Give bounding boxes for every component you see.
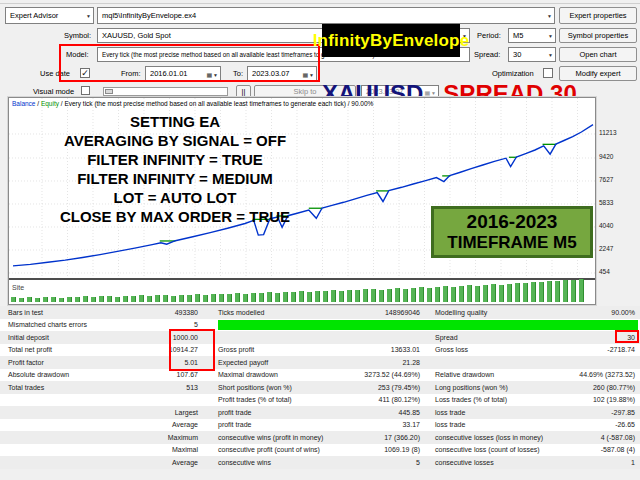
lots-bar [395, 288, 400, 302]
table-row: Profit factor5.01Expected payoff21.28 [0, 356, 640, 369]
tester-type-select[interactable]: Expert Advisor ▼ [5, 7, 94, 24]
to-label: To: [233, 69, 243, 78]
lots-bar [11, 297, 16, 302]
lots-bar [187, 295, 192, 302]
model-label: Model: [66, 50, 89, 59]
stat-value: 513 [186, 384, 198, 391]
to-date-value: 2023.03.07 [252, 69, 290, 78]
table-row: Total trades513Short positions (won %)25… [0, 381, 640, 394]
lots-bar [179, 295, 184, 302]
lots-bar [43, 297, 48, 302]
lots-bar [563, 280, 568, 302]
calendar-icon: ▦ [206, 71, 212, 77]
table-row: Initial deposit1000.00Spread30 [0, 331, 640, 344]
use-date-checkbox[interactable]: ✓ [80, 68, 90, 78]
stat-value: Maximum [168, 434, 198, 441]
backtest-graph[interactable]: Balance / Equity / Every tick (the most … [8, 97, 596, 305]
stat-label: loss trade [435, 421, 465, 428]
stat-label: profit trade [218, 409, 251, 416]
stat-value: -587.08 (4) [601, 446, 635, 453]
open-chart-button[interactable]: Open chart [559, 47, 637, 62]
y-axis-tick: 11213 [599, 129, 617, 136]
stat-label: Profit trades (% of total) [218, 396, 292, 403]
period-combobox[interactable]: M5 ▼ [508, 28, 556, 43]
stat-label: Bars in test [8, 309, 43, 316]
stat-value: Average [172, 459, 198, 466]
lots-bar [315, 291, 320, 302]
stat-value: 5 [194, 321, 198, 328]
lots-bar [107, 296, 112, 302]
lots-bar [275, 293, 280, 302]
period-value: M5 [513, 31, 523, 40]
chevron-down-icon: ▼ [86, 13, 91, 19]
lots-bar [523, 283, 528, 302]
stat-value: 10914.27 [169, 346, 198, 353]
lots-bar [99, 296, 104, 302]
stat-label: consecutive profit (count of wins) [218, 446, 320, 453]
stat-label: Profit factor [8, 359, 44, 366]
lots-bar [323, 291, 328, 302]
to-date-picker[interactable]: 2023.03.07 ▦▼ [247, 66, 317, 81]
chevron-down-icon: ▼ [547, 13, 552, 19]
lots-bar [339, 291, 344, 302]
stat-label: Initial deposit [8, 334, 49, 341]
stat-value: 1069.19 (8) [384, 446, 420, 453]
optimization-label: Optimization [492, 69, 534, 78]
lots-bar [267, 292, 272, 302]
lots-bar [571, 280, 576, 302]
expert-properties-button[interactable]: Expert properties [559, 7, 637, 24]
ea-banner-text: InfinityByEnvelope [313, 31, 470, 51]
slider-thumb[interactable] [105, 89, 113, 94]
lots-bar [467, 285, 472, 302]
stat-label: Loss trades (% of total) [435, 396, 507, 403]
y-axis-tick: 4040 [599, 222, 613, 229]
stat-value: 253 (79.45%) [378, 384, 420, 391]
y-axis-tick: 5833 [599, 199, 613, 206]
lots-bar [387, 289, 392, 302]
symbol-properties-button[interactable]: Symbol properties [559, 28, 637, 43]
lots-bar [451, 287, 456, 302]
table-row: Maximalconsecutive profit (count of wins… [0, 444, 640, 457]
lots-bar [435, 287, 440, 302]
ea-setting-line: LOT = AUTO LOT [9, 188, 341, 207]
lots-bar [139, 295, 144, 302]
table-row: Total net profit10914.27Gross profit1363… [0, 344, 640, 357]
lots-bar [203, 295, 208, 302]
ea-name-combobox[interactable]: mql5\InfinityByEnvelope.ex4 ▼ [97, 7, 555, 24]
y-axis-tick: 2247 [599, 245, 613, 252]
lots-bar [483, 285, 488, 302]
lots-bar [347, 290, 352, 302]
table-row: Maximumconsecutive wins (profit in money… [0, 431, 640, 444]
symbol-label: Symbol: [64, 31, 91, 40]
lots-bar [539, 282, 544, 302]
tester-type-label: Expert Advisor [10, 11, 58, 20]
stat-value: 3273.52 (44.69%) [364, 371, 420, 378]
visual-speed-slider[interactable] [103, 87, 228, 96]
lots-bar [147, 296, 152, 302]
stat-value: 5 [416, 459, 420, 466]
lots-bar [579, 279, 584, 302]
from-date-picker[interactable]: 2016.01.01 ▦▼ [145, 66, 221, 81]
lots-bar [547, 281, 552, 302]
ea-setting-line: FILTER INFINITY = TRUE [9, 150, 341, 169]
modify-expert-button[interactable]: Modify expert [559, 66, 637, 81]
stat-value: -2718.74 [607, 346, 635, 353]
table-row: Averageconsecutive wins5consecutive loss… [0, 456, 640, 469]
stat-label: Maximal drawdown [218, 371, 278, 378]
stat-value: 44.69% (3273.52) [579, 371, 635, 378]
stat-label: loss trade [435, 409, 465, 416]
symbol-value: XAUUSD, Gold Spot [102, 31, 171, 40]
visual-mode-checkbox[interactable] [81, 86, 90, 95]
stat-value: Maximal [172, 446, 198, 453]
optimization-checkbox[interactable] [543, 68, 553, 78]
lots-bar [291, 292, 296, 302]
chevron-down-icon: ▼ [309, 71, 314, 77]
stat-label: Gross profit [218, 346, 254, 353]
strategy-tester-window: { "toolbar": { "ea_selector_label": "Exp… [0, 0, 640, 480]
stat-value: 148969046 [385, 309, 420, 316]
spread-combobox[interactable]: 30 ▼ [508, 47, 556, 62]
period-annotation-box: 2016-2023 TIMEFRAME M5 [431, 206, 593, 258]
table-row: Bars in test493380Ticks modelled14896904… [0, 306, 640, 319]
stat-label: consecutive losses (loss in money) [435, 434, 543, 441]
stat-label: Relative drawdown [435, 371, 494, 378]
